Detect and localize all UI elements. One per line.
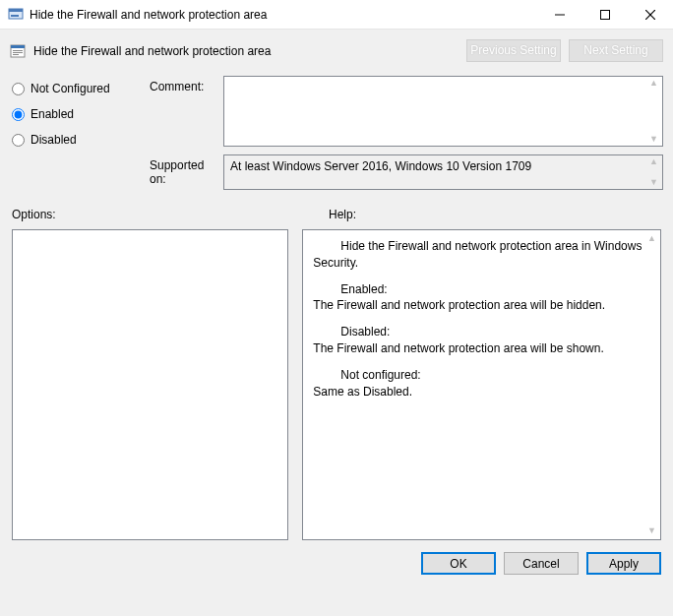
radio-not-configured-label: Not Configured [31,82,110,95]
policy-header: Hide the Firewall and network protection… [0,30,673,74]
supported-scrollbar[interactable]: ▲ ▼ [645,155,662,189]
help-label: Help: [329,208,356,221]
scroll-up-icon: ▲ [645,157,662,166]
radio-enabled[interactable]: Enabled [12,101,150,127]
help-disabled-heading: Disabled: [313,324,650,340]
svg-line-5 [645,10,655,20]
help-intro: Hide the Firewall and network protection… [313,238,650,272]
comment-label: Comment: [150,76,223,147]
radio-disabled-input[interactable] [12,134,25,147]
previous-setting-button[interactable]: Previous Setting [466,39,561,62]
help-disabled-text: The Firewall and network protection area… [313,341,603,355]
dialog-footer: OK Cancel Apply [0,540,673,585]
help-notconfigured-text: Same as Disabled. [313,385,412,399]
policy-title: Hide the Firewall and network protection… [33,44,459,58]
svg-rect-8 [11,45,25,48]
help-enabled-heading: Enabled: [313,281,650,298]
scroll-up-icon: ▲ [643,232,660,245]
radio-not-configured[interactable]: Not Configured [12,76,150,101]
svg-rect-1 [9,9,23,12]
next-setting-button[interactable]: Next Setting [569,39,663,62]
scroll-down-icon: ▼ [645,135,662,144]
ok-button[interactable]: OK [421,552,496,575]
radio-disabled-label: Disabled [31,133,77,147]
cancel-button[interactable]: Cancel [504,552,579,575]
app-icon [8,7,24,23]
scroll-down-icon: ▼ [643,524,660,537]
apply-button[interactable]: Apply [586,552,661,575]
radio-not-configured-input[interactable] [12,83,25,95]
policy-icon [10,43,26,59]
supported-on-label: Supported on: [150,154,223,190]
supported-on-text: At least Windows Server 2016, Windows 10… [224,155,662,177]
radio-enabled-input[interactable] [12,108,25,121]
options-label: Options: [12,208,329,221]
help-enabled-text: The Firewall and network protection area… [313,298,605,312]
scroll-down-icon: ▼ [645,178,662,187]
options-pane [12,229,288,540]
svg-rect-10 [13,52,23,53]
svg-rect-11 [13,54,19,55]
svg-rect-2 [11,15,19,17]
scroll-up-icon: ▲ [645,79,662,88]
help-enabled: Enabled: The Firewall and network protec… [313,281,650,315]
comment-scrollbar[interactable]: ▲ ▼ [645,77,662,146]
close-button[interactable] [628,0,673,29]
comment-textarea[interactable]: ▲ ▼ [223,76,663,147]
state-radio-group: Not Configured Enabled Disabled [12,76,150,198]
svg-rect-9 [13,50,23,51]
minimize-button[interactable] [537,0,582,29]
window-title: Hide the Firewall and network protection… [30,8,537,22]
svg-rect-4 [601,10,610,19]
window-controls [537,0,673,29]
svg-line-6 [645,10,655,20]
title-bar: Hide the Firewall and network protection… [0,0,673,30]
radio-enabled-label: Enabled [31,107,74,121]
maximize-button[interactable] [582,0,628,29]
help-pane: Hide the Firewall and network protection… [302,229,661,540]
help-notconfigured: Not configured: Same as Disabled. [313,367,650,400]
help-scrollbar[interactable]: ▲ ▼ [643,230,660,539]
radio-disabled[interactable]: Disabled [12,127,150,153]
help-notconfigured-heading: Not configured: [313,367,650,384]
help-disabled: Disabled: The Firewall and network prote… [313,324,650,357]
supported-on-box: At least Windows Server 2016, Windows 10… [223,154,663,190]
